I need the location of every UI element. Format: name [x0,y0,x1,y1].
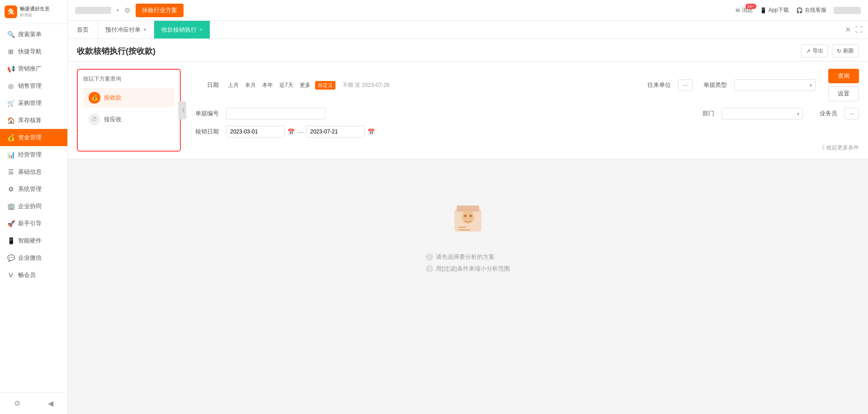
sidebar-item-marketing[interactable]: 📢营销推广 [0,60,67,77]
refresh-button[interactable]: ↻ 刷新 [832,44,859,57]
calendar-end-icon[interactable]: 📅 [368,128,375,135]
solution-button[interactable]: 休验行业方案 [136,4,184,17]
sidebar-item-basic[interactable]: ☰基础信息 [0,163,67,181]
tab-writeoff[interactable]: 收款核销执行 × [154,21,210,38]
sidebar-item-system[interactable]: ⚙系统管理 [0,181,67,198]
logo-icon: 兔 [5,5,17,18]
sidebar-icon-wechat: 💬 [7,254,14,262]
party-select-button[interactable]: ··· [678,79,693,91]
doc-type-select[interactable] [734,79,816,91]
date-more-button[interactable]: 更多 [298,81,312,90]
writeoff-date-range: 📅 — 📅 [226,126,375,138]
sidebar-icon-basic: ☰ [7,168,14,176]
chevron-down-icon[interactable]: ▾ [117,8,119,13]
filter-option-receipt[interactable]: 💰 按收款 [83,88,175,107]
sidebar-icon-search-menu: 🔍 [7,31,14,38]
date-custom-button[interactable]: 自定义 [315,81,335,90]
sidebar-item-guide[interactable]: 🚀新手引导 [0,215,67,232]
sidebar-item-inventory[interactable]: 🏠库存核算 [0,112,67,129]
maximize-button[interactable]: ⛶ [855,26,863,34]
close-window-button[interactable]: ✕ [845,25,851,34]
export-icon: ↗ [806,48,811,54]
dept-select[interactable] [722,108,803,119]
sidebar-label-purchase: 采购管理 [18,99,42,107]
setting-button[interactable]: 设置 [828,86,859,101]
sidebar-label-search-menu: 搜索菜单 [18,30,42,38]
tab-close-prepay[interactable]: × [143,27,146,33]
doc-no-input[interactable] [226,108,326,119]
writeoff-date-end-input[interactable] [306,126,365,138]
sidebar-item-search-menu[interactable]: 🔍搜索菜单 [0,26,67,43]
refresh-icon: ↻ [837,48,841,54]
empty-state: 1 请先选择要分析的方案 2 用[过滤]条件来缩小分析范围 [68,159,868,311]
sidebar-item-sales[interactable]: ◎销售管理 [0,77,67,95]
sidebar-nav: 🔍搜索菜单⊞快捷导航📢营销推广◎销售管理🛒采购管理🏠库存核算💰资金管理📊经营管理… [0,24,67,392]
doc-no-label: 单据编号 [192,109,219,118]
export-button[interactable]: ↗ 导出 [801,44,828,57]
message-icon: ✉ [736,7,740,14]
sidebar-item-quick-nav[interactable]: ⊞快捷导航 [0,43,67,60]
query-button[interactable]: 查询 [828,69,859,83]
sidebar-label-enterprise: 企业协同 [18,202,42,210]
tab-prepay[interactable]: 预付冲应付单 × [98,21,154,38]
filter-panel-collapse-button[interactable]: 《 [178,101,186,119]
calendar-start-icon[interactable]: 📅 [288,128,295,135]
sidebar-item-hardware[interactable]: 📱智能硬件 [0,232,67,249]
date-this-month-button[interactable]: 本月 [243,81,258,90]
tabbar: 首页 预付冲应付单 × 收款核销执行 × ✕ ⛶ [68,21,868,39]
date-this-year-button[interactable]: 本年 [260,81,275,90]
tip-number-2: 2 [426,265,433,272]
app-download-action[interactable]: 📱 App下载 [760,6,789,14]
date-7days-button[interactable]: 近7天 [278,81,295,90]
tab-close-writeoff[interactable]: × [199,27,203,33]
settings-icon[interactable]: ⚙ [10,397,24,409]
svg-point-2 [462,211,474,224]
filter-row-1: 日期 上月 本月 本年 近7天 更多 自定义 不限 至 2023-07-26 往… [192,69,859,101]
message-action[interactable]: ✉ 消息 99+ [736,6,753,14]
filter-left-panel: 按以下方案查询 💰 按收款 ⏱ 按应收 《 [77,69,181,152]
tip-number-1: 1 [426,253,433,261]
tab-home[interactable]: 首页 [68,21,98,38]
svg-point-3 [464,214,467,217]
sidebar-icon-inventory: 🏠 [7,117,14,124]
sidebar-logo: 兔 畅捷通好生意 标准版 [0,0,67,24]
party-label: 往来单位 [644,81,671,89]
sidebar-icon-business: 📊 [7,151,14,158]
sidebar-icon-member: V [7,271,14,279]
sidebar-label-basic: 基础信息 [18,168,42,176]
collapse-more-button[interactable]: 《 收起更多条件 [819,144,859,152]
sidebar-item-wechat[interactable]: 💬企业微信 [0,249,67,266]
sidebar-label-system: 系统管理 [18,185,42,193]
writeoff-date-start-input[interactable] [226,126,285,138]
service-icon: 🎧 [796,7,803,14]
filter-row-3: 核销日期 📅 — 📅 [192,126,859,138]
writeoff-date-label: 核销日期 [192,128,219,136]
sidebar-icon-enterprise: 🏢 [7,203,14,210]
page-header-actions: ↗ 导出 ↻ 刷新 [801,44,859,57]
sidebar-icon-purchase: 🛒 [7,100,14,107]
date-label: 日期 [192,81,219,89]
doc-type-select-wrap [734,79,816,91]
sidebar-item-member[interactable]: V畅会员 [0,266,67,284]
filter-panel-title: 按以下方案查询 [83,75,175,83]
sidebar-bottom: ⚙ ◀ [0,392,67,414]
staff-select-button[interactable]: ··· [844,108,859,119]
date-last-month-button[interactable]: 上月 [226,81,241,90]
sidebar-icon-quick-nav: ⊞ [7,48,14,55]
user-avatar[interactable] [834,7,861,14]
collapse-icon[interactable]: ◀ [44,397,57,409]
sidebar-item-purchase[interactable]: 🛒采购管理 [0,95,67,112]
gear-icon[interactable]: ⚙ [124,6,130,14]
sidebar-item-business[interactable]: 📊经营管理 [0,146,67,163]
sidebar-icon-sales: ◎ [7,82,14,90]
filter-option-receivable[interactable]: ⏱ 按应收 [83,110,175,129]
sidebar-icon-finance: 💰 [7,134,14,141]
filter-actions-row: 《 收起更多条件 [192,144,859,152]
page-title: 收款核销执行(按收款) [77,46,156,57]
sidebar-item-finance[interactable]: 💰资金管理 [0,129,67,146]
receivable-icon: ⏱ [89,114,100,125]
sidebar-item-enterprise[interactable]: 🏢企业协同 [0,198,67,215]
query-buttons: 查询 设置 [823,69,859,101]
sidebar-label-sales: 销售管理 [18,82,42,90]
online-service-action[interactable]: 🎧 在线客服 [796,6,826,14]
